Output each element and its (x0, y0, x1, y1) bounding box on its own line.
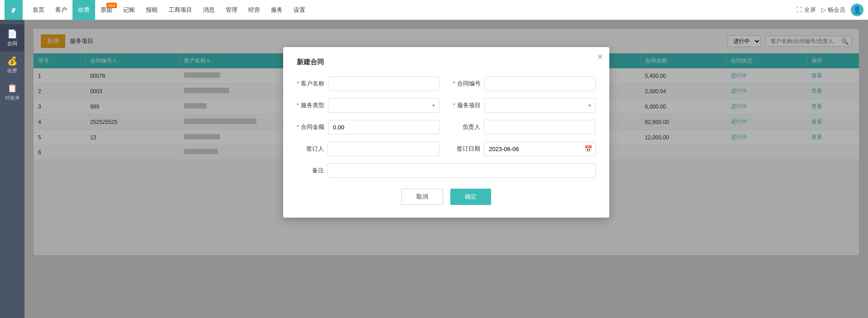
label-client-name: 客户名称 (297, 80, 324, 88)
app-logo (5, 0, 23, 20)
fullscreen-icon: ⛶ (796, 6, 802, 13)
label-sign-date: 签订日期 (453, 145, 480, 153)
input-contract-no[interactable] (484, 76, 596, 91)
service-item-wrapper: ▼ (484, 98, 596, 113)
input-responsible[interactable] (484, 120, 596, 134)
form-row-contract-no: 合同编号 (453, 76, 596, 91)
nav-manage[interactable]: 管理 (220, 0, 243, 20)
form-row-client: 客户名称 (297, 76, 439, 91)
label-signer: 签订人 (297, 145, 324, 153)
fee-icon: 💰 (7, 56, 17, 66)
nav-message[interactable]: 消息 (198, 0, 220, 20)
new-badge: new (106, 3, 117, 9)
modal-close-button[interactable]: ✕ (597, 52, 603, 61)
nav-fee[interactable]: 收费 (72, 0, 95, 20)
main-layout: 📄 合同 💰 收费 📋 对账单 新增 服务项目 进行中 已完成 已终止 (0, 20, 868, 318)
sidebar-item-statement[interactable]: 📋 对账单 (0, 79, 24, 106)
nav-settings[interactable]: 设置 (288, 0, 311, 20)
label-responsible: 负责人 (453, 123, 480, 131)
sidebar-label-fee: 收费 (7, 67, 17, 74)
nav-business[interactable]: 工商项目 (163, 0, 198, 20)
sidebar-label-statement: 对账单 (5, 95, 20, 101)
input-sign-date[interactable] (484, 142, 596, 156)
form-row-service-type: 服务类型 ▼ (297, 98, 439, 113)
sidebar-item-contract[interactable]: 📄 合同 (0, 24, 24, 52)
statement-icon: 📋 (7, 83, 17, 93)
nav-right-area: ⛶ 全屏 ▷ 畅会员 👤 (796, 4, 863, 16)
label-remark: 备注 (297, 166, 324, 175)
select-service-type[interactable] (328, 98, 439, 113)
modal-footer: 取消 确定 (297, 189, 596, 205)
confirm-button[interactable]: 确定 (450, 189, 491, 205)
nav-operation[interactable]: 经营 (243, 0, 265, 20)
content-area: 新增 服务项目 进行中 已完成 已终止 🔍 序号 合同编号 (24, 20, 868, 318)
modal-overlay: ✕ 新建合同 客户名称 合同编号 服务类型 (24, 20, 868, 318)
input-client-name[interactable] (328, 76, 439, 91)
label-service-item: 服务项目 (453, 101, 481, 109)
vip-button[interactable]: ▷ 畅会员 (821, 6, 845, 14)
contract-icon: 📄 (7, 29, 17, 39)
input-signer[interactable] (328, 142, 439, 156)
form-row-remark: 备注 (297, 163, 596, 178)
nav-service[interactable]: 服务 (265, 0, 288, 20)
label-service-type: 服务类型 (297, 101, 324, 109)
form-row-amount: 合同金额 (297, 120, 439, 134)
modal-title: 新建合同 (297, 58, 596, 66)
vip-icon: ▷ (821, 6, 826, 13)
input-remark[interactable] (328, 163, 596, 178)
top-navigation: 首页 客户 收费 票据 new 记账 报税 工商项目 消息 管理 经营 服务 设… (0, 0, 868, 20)
modal-form: 客户名称 合同编号 服务类型 ▼ (297, 76, 596, 178)
nav-invoice[interactable]: 票据 new (95, 0, 118, 20)
date-wrapper: 📅 (484, 142, 596, 156)
new-contract-modal: ✕ 新建合同 客户名称 合同编号 服务类型 (283, 47, 609, 218)
form-row-service-item: 服务项目 ▼ (453, 98, 596, 113)
input-amount[interactable] (328, 120, 439, 134)
service-type-wrapper: ▼ (328, 98, 439, 113)
label-amount: 合同金额 (297, 123, 324, 131)
avatar-icon: 👤 (853, 5, 862, 14)
cancel-button[interactable]: 取消 (401, 189, 443, 205)
avatar[interactable]: 👤 (851, 4, 863, 16)
nav-tax[interactable]: 报税 (140, 0, 163, 20)
nav-bookkeeping[interactable]: 记账 (118, 0, 140, 20)
sidebar-item-fee[interactable]: 💰 收费 (0, 52, 24, 79)
fullscreen-button[interactable]: ⛶ 全屏 (796, 6, 816, 14)
nav-home[interactable]: 首页 (27, 0, 50, 20)
select-service-item[interactable] (484, 98, 596, 113)
form-row-responsible: 负责人 (453, 120, 596, 134)
label-contract-no: 合同编号 (453, 80, 481, 88)
sidebar: 📄 合同 💰 收费 📋 对账单 (0, 20, 24, 318)
form-row-signer: 签订人 (297, 142, 439, 156)
sidebar-label-contract: 合同 (7, 40, 17, 47)
form-row-sign-date: 签订日期 📅 (453, 142, 596, 156)
nav-client[interactable]: 客户 (50, 0, 72, 20)
